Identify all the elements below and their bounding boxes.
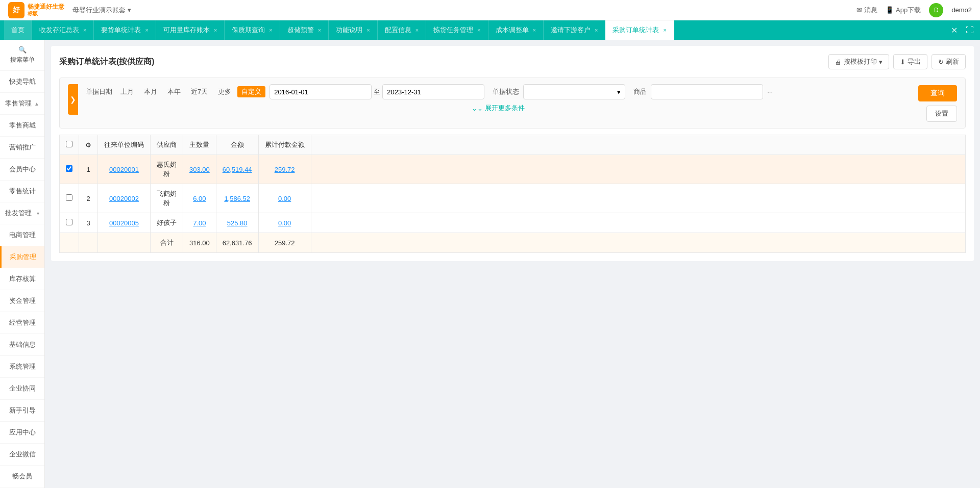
username-label[interactable]: demo2 bbox=[951, 6, 972, 14]
tab-expiry-query[interactable]: 保质期查询 × bbox=[225, 20, 280, 40]
page-header: 采购订单统计表(按供应商) 🖨 按模板打印 ▾ ⬇ 导出 ↻ 刷新 bbox=[59, 54, 966, 69]
sidebar-search[interactable]: 🔍 搜索菜单 bbox=[0, 40, 44, 71]
tab-receive-send[interactable]: 收发存汇总表 × bbox=[32, 20, 94, 40]
status-select[interactable]: ▾ bbox=[523, 84, 625, 99]
amount[interactable]: 60,519.44 bbox=[216, 155, 258, 184]
filter-toggle-btn[interactable]: ❯ bbox=[68, 84, 78, 115]
paid-amount[interactable]: 0.00 bbox=[258, 213, 311, 233]
footer-amount: 62,631.76 bbox=[216, 233, 258, 253]
select-all-checkbox[interactable] bbox=[66, 141, 72, 147]
date-filter: 单据日期 上月 本月 本年 近7天 更多 自定义 bbox=[86, 84, 484, 99]
tab-overstock[interactable]: 超储预警 × bbox=[280, 20, 329, 40]
nav-tabs: 首页 收发存汇总表 × 要货单统计表 × 可用量库存账本 × 保质期查询 × 超… bbox=[0, 20, 980, 40]
sidebar-item-enterprise-wechat[interactable]: 企业微信 bbox=[0, 444, 44, 466]
refresh-button[interactable]: ↻ 刷新 bbox=[932, 54, 966, 69]
sidebar-item-app-center[interactable]: 应用中心 bbox=[0, 422, 44, 444]
main-qty[interactable]: 303.00 bbox=[183, 155, 216, 184]
close-tab-cost-adjust[interactable]: × bbox=[533, 27, 536, 33]
sidebar-item-retail-shop[interactable]: 零售商城 bbox=[0, 115, 44, 137]
close-tab-inventory-ledger[interactable]: × bbox=[214, 27, 217, 33]
row-number: 3 bbox=[79, 213, 98, 233]
settings-button[interactable]: 设置 bbox=[926, 106, 957, 122]
supplier-code[interactable]: 00020005 bbox=[98, 213, 151, 233]
tab-function-desc[interactable]: 功能说明 × bbox=[329, 20, 377, 40]
close-all-tabs-btn[interactable]: ✕ bbox=[949, 23, 960, 37]
sidebar-item-enterprise-collab[interactable]: 企业协同 bbox=[0, 378, 44, 400]
search-icon: 🔍 bbox=[18, 46, 27, 54]
supplier-code[interactable]: 00020002 bbox=[98, 184, 151, 213]
maximize-btn[interactable]: ⛶ bbox=[964, 23, 976, 37]
close-tab-receive-send[interactable]: × bbox=[83, 27, 86, 33]
sidebar-item-inventory-check[interactable]: 库存核算 bbox=[0, 268, 44, 290]
close-tab-expiry-query[interactable]: × bbox=[269, 27, 272, 33]
sidebar-item-wholesale-mgmt[interactable]: 批发管理 ▾ bbox=[0, 202, 44, 224]
table-row: 1 00020001 惠氏奶粉 303.00 60,519.44 259.72 bbox=[60, 155, 966, 184]
main-qty[interactable]: 6.00 bbox=[183, 184, 216, 213]
sidebar-item-basic-info[interactable]: 基础信息 bbox=[0, 334, 44, 356]
table-row: 3 00020005 好孩子 7.00 525.80 0.00 bbox=[60, 213, 966, 233]
sidebar-item-finance-mgmt[interactable]: 资金管理 bbox=[0, 290, 44, 312]
tab-home[interactable]: 首页 bbox=[4, 20, 32, 40]
sidebar-item-operations-mgmt[interactable]: 经营管理 bbox=[0, 312, 44, 334]
export-button[interactable]: ⬇ 导出 bbox=[893, 54, 927, 69]
print-button[interactable]: 🖨 按模板打印 ▾ bbox=[828, 54, 889, 69]
paid-amount[interactable]: 259.72 bbox=[258, 155, 311, 184]
tab-config-info[interactable]: 配置信息 × bbox=[378, 20, 426, 40]
shortcut-last-month[interactable]: 上月 bbox=[116, 86, 138, 97]
footer-label: 合计 bbox=[151, 233, 183, 253]
tab-purchase-stats[interactable]: 采购订单统计表 × bbox=[605, 20, 674, 40]
close-tab-pick-task[interactable]: × bbox=[477, 27, 480, 33]
tab-inventory-ledger[interactable]: 可用量库存账本 × bbox=[156, 20, 225, 40]
sidebar-item-retail-mgmt[interactable]: 零售管理 ▲ bbox=[0, 93, 44, 115]
goods-input[interactable] bbox=[651, 84, 763, 99]
close-tab-purchase-stats[interactable]: × bbox=[663, 27, 666, 33]
message-btn[interactable]: ✉ 消息 bbox=[856, 6, 877, 15]
expand-btn[interactable]: ⌄⌄ 展开更多条件 bbox=[86, 104, 910, 113]
close-tab-function-desc[interactable]: × bbox=[366, 27, 370, 33]
avatar[interactable]: D bbox=[929, 3, 943, 17]
close-tab-config-info[interactable]: × bbox=[415, 27, 419, 33]
chevron-up-icon: ▲ bbox=[34, 101, 39, 107]
date-to-input[interactable] bbox=[382, 84, 484, 99]
paid-amount[interactable]: 0.00 bbox=[258, 184, 311, 213]
sidebar-item-purchase-mgmt[interactable]: 采购管理 bbox=[0, 246, 44, 268]
tab-pick-task[interactable]: 拣货任务管理 × bbox=[426, 20, 488, 40]
sidebar-item-retail-stats[interactable]: 零售统计 bbox=[0, 181, 44, 202]
sidebar-shortcut[interactable]: 快捷导航 bbox=[0, 71, 44, 93]
shortcut-7days[interactable]: 近7天 bbox=[187, 86, 212, 97]
logo-area: 好 畅捷通好生意 标版 bbox=[8, 2, 64, 18]
row-checkbox[interactable] bbox=[66, 165, 72, 172]
sidebar-item-members[interactable]: 畅会员 bbox=[0, 466, 44, 487]
tab-cost-adjust[interactable]: 成本调整单 × bbox=[488, 20, 544, 40]
workspace-selector[interactable]: 母婴行业演示账套 ▾ bbox=[68, 4, 135, 17]
sidebar-item-ecommerce-mgmt[interactable]: 电商管理 bbox=[0, 224, 44, 246]
sidebar-item-new-guide[interactable]: 新手引导 bbox=[0, 400, 44, 422]
sidebar-item-system-mgmt[interactable]: 系统管理 bbox=[0, 356, 44, 378]
filter-area: ❯ 单据日期 上月 本月 本年 近7天 更多 bbox=[59, 78, 966, 129]
shortcut-more[interactable]: 更多 bbox=[214, 86, 235, 97]
header-supplier-name: 供应商 bbox=[151, 135, 183, 155]
close-tab-overstock[interactable]: × bbox=[318, 27, 321, 33]
query-button[interactable]: 查询 bbox=[918, 85, 957, 101]
status-filter: 单据状态 ▾ bbox=[493, 84, 625, 99]
sidebar-item-marketing[interactable]: 营销推广 bbox=[0, 137, 44, 159]
date-from-input[interactable] bbox=[270, 84, 372, 99]
tab-invite-downstream[interactable]: 邀请下游客户 × bbox=[544, 20, 605, 40]
shortcut-this-year[interactable]: 本年 bbox=[163, 86, 185, 97]
row-checkbox[interactable] bbox=[66, 219, 72, 225]
shortcut-custom[interactable]: 自定义 bbox=[237, 86, 265, 97]
sidebar-item-member-center[interactable]: 会员中心 bbox=[0, 159, 44, 181]
app-download-btn[interactable]: 📱 App下载 bbox=[886, 6, 921, 15]
shortcut-this-month[interactable]: 本月 bbox=[140, 86, 161, 97]
main-qty[interactable]: 7.00 bbox=[183, 213, 216, 233]
close-tab-order-stats[interactable]: × bbox=[145, 27, 148, 33]
amount[interactable]: 1,586.52 bbox=[216, 184, 258, 213]
supplier-code[interactable]: 00020001 bbox=[98, 155, 151, 184]
row-checkbox[interactable] bbox=[66, 194, 72, 201]
goods-more-btn[interactable]: ··· bbox=[767, 88, 773, 96]
tab-order-stats[interactable]: 要货单统计表 × bbox=[94, 20, 156, 40]
amount[interactable]: 525.80 bbox=[216, 213, 258, 233]
close-tab-invite-downstream[interactable]: × bbox=[595, 27, 598, 33]
filter-section: ❯ 单据日期 上月 本月 本年 近7天 更多 bbox=[68, 84, 957, 122]
settings-col-header[interactable]: ⚙ bbox=[79, 135, 98, 155]
